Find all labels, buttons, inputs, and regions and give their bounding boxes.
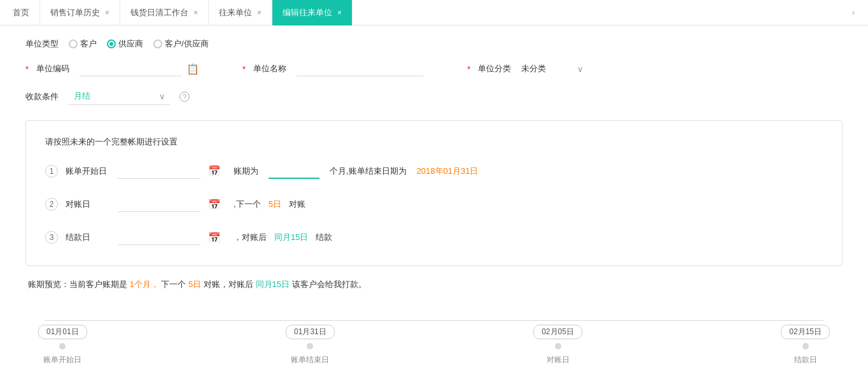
timeline-label-2: 账单结束日 [291,355,329,365]
tab-edit-partner-label: 编辑往来单位 [283,7,332,18]
tab-sales-history-label: 销售订单历史 [50,7,100,18]
timeline-pill-4: 02月15日 [781,325,830,339]
radio-both-label: 客户/供应商 [165,38,209,50]
period-date-input-1[interactable]: 2018-01-01 [118,164,200,179]
timeline-pill-1: 01月01日 [38,325,87,339]
period-date-input-2[interactable]: 2018-02-05 [118,197,200,212]
radio-supplier-circle [107,39,116,48]
unit-code-copy-icon[interactable]: 📋 [186,63,199,75]
unit-code-input[interactable]: 000001 [80,61,181,76]
period-num-1: 1 [45,165,58,178]
period-prefix-3: ，对账后 [234,232,267,243]
tab-sales-history[interactable]: 销售订单历史 × [40,0,120,25]
tab-sales-history-close[interactable]: × [105,8,109,17]
timeline-node-4: 02月15日 结款日 [781,325,830,365]
radio-supplier-label: 供应商 [118,38,143,50]
period-end-date-highlight: 2018年01月31日 [417,165,479,177]
timeline-label-1: 账单开始日 [43,355,81,365]
radio-supplier[interactable]: 供应商 [107,38,143,50]
tab-partner-close[interactable]: × [257,8,262,17]
preview-suffix: 该客户会给我打款。 [292,279,367,289]
unit-category-value: 未分类 [521,63,572,74]
radio-customer-circle [69,39,78,48]
radio-customer-label: 客户 [80,38,97,50]
payment-terms-label: 收款条件 [25,91,59,102]
unit-name-input[interactable]: 河南供应商22 [297,61,424,76]
unit-category-dropdown-icon[interactable]: ∨ [577,64,584,74]
period-day-highlight-2: 5日 [269,199,281,210]
preview-section: 账期预览：当前客户账期是 1个月， 下一个 5日 对账，对账后 同月15日 该客… [25,279,843,290]
timeline-label-3: 对账日 [547,355,570,365]
payment-terms-dropdown-icon: ∨ [159,92,165,101]
tab-cash-ledger-close[interactable]: × [193,8,198,17]
timeline-label-4: 结款日 [794,355,817,365]
radio-customer[interactable]: 客户 [69,38,97,50]
tab-cash-ledger-label: 钱货日清工作台 [130,7,188,18]
timeline-pill-2: 01月31日 [286,325,335,339]
payment-terms-value: 月结 [74,90,159,102]
unit-name-required: * [242,64,246,74]
timeline-node-1: 01月01日 账单开始日 [38,325,87,365]
timeline-node-3: 02月05日 对账日 [533,325,582,365]
timeline-dot-1 [59,343,66,349]
period-day-highlight-3: 同月15日 [274,232,308,243]
preview-highlight-2: 5日 [188,279,201,289]
preview-text-2: 对账，对账后 [204,279,253,289]
unit-category-required: * [467,64,470,74]
preview-highlight-3: 同月15日 [256,279,290,289]
period-settings-box: 请按照未来的一个完整帐期进行设置 1 账单开始日 2018-01-01 📅 账期… [25,120,843,266]
main-content: 单位类型 客户 供应商 客户/供应商 * 单位编码 000001 📋 * 单位名… [0,25,868,387]
period-calendar-icon-3[interactable]: 📅 [208,232,221,244]
period-suffix-text-2: 对账 [289,199,305,210]
unit-code-label: 单位编码 [36,63,69,74]
tab-more-button[interactable]: › [844,8,863,17]
tab-partner-label: 往来单位 [219,7,252,18]
period-field-label-2: 对账日 [66,199,110,210]
unit-type-row: 单位类型 客户 供应商 客户/供应商 [25,38,843,50]
timeline-dot-2 [307,343,313,349]
unit-code-required: * [25,64,29,74]
period-calendar-icon-1[interactable]: 📅 [208,165,221,177]
tab-cash-ledger[interactable]: 钱货日清工作台 × [120,0,209,25]
period-calendar-icon-2[interactable]: 📅 [208,199,221,211]
timeline-dot-3 [555,343,561,349]
unit-category-group: 未分类 ∨ [521,63,584,74]
period-row-3: 3 结款日 2018-02-15 📅 ，对账后 同月15日 结款 [45,230,823,245]
timeline-node-2: 01月31日 账单结束日 [286,325,335,365]
tab-bar: 首页 销售订单历史 × 钱货日清工作台 × 往来单位 × 编辑往来单位 × › [0,0,868,25]
tab-home[interactable]: 首页 [5,0,40,25]
unit-name-group: 河南供应商22 [297,61,424,76]
period-num-2: 2 [45,198,58,211]
period-box-title: 请按照未来的一个完整帐期进行设置 [45,136,823,148]
period-num-3: 3 [45,231,58,244]
preview-prefix: 账期预览：当前客户账期是 [28,279,127,289]
unit-type-label: 单位类型 [25,38,59,50]
period-prefix-2: ,下一个 [234,199,261,210]
tab-partner[interactable]: 往来单位 × [209,0,272,25]
tab-edit-partner[interactable]: 编辑往来单位 × [272,0,353,25]
unit-category-label: 单位分类 [478,63,511,74]
payment-terms-row: 收款条件 月结 ∨ ? [25,88,843,105]
unit-info-row: * 单位编码 000001 📋 * 单位名称 河南供应商22 * 单位分类 未分… [25,61,843,76]
period-date-input-3[interactable]: 2018-02-15 [118,230,200,245]
radio-both-circle [153,39,162,48]
tab-home-label: 首页 [13,7,29,18]
unit-name-label: 单位名称 [253,63,286,74]
preview-highlight-1: 1个月， [130,279,159,289]
radio-group-unit-type: 客户 供应商 客户/供应商 [69,38,209,50]
period-field-label-1: 账单开始日 [66,165,110,177]
period-months-input[interactable]: 1 [269,163,319,179]
period-field-label-3: 结款日 [66,232,110,243]
timeline-pill-3: 02月05日 [533,325,582,339]
radio-both[interactable]: 客户/供应商 [153,38,209,50]
period-suffix-text-3: 结款 [316,232,332,243]
payment-terms-select[interactable]: 月结 ∨ [69,88,171,105]
preview-text-1: 下一个 [161,279,186,289]
timeline-section: 01月01日 账单开始日 01月31日 账单结束日 02月05日 对账日 [25,306,843,387]
payment-terms-help-icon[interactable]: ? [179,92,190,102]
tab-edit-partner-close[interactable]: × [337,8,342,17]
unit-code-group: 000001 📋 [80,61,199,76]
period-suffix-1: 账期为 [234,165,258,177]
period-row-1: 1 账单开始日 2018-01-01 📅 账期为 1 个月,账单结束日期为 20… [45,163,823,179]
period-months-unit: 个月,账单结束日期为 [330,165,407,177]
